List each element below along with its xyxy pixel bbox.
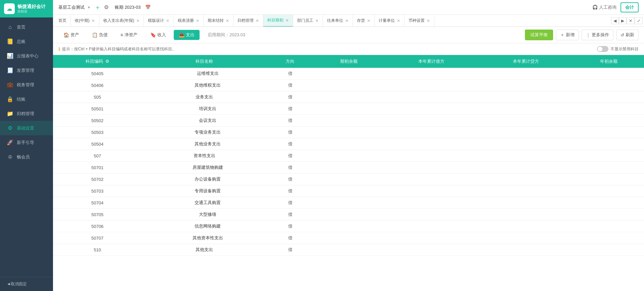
- topbar-settings-icon[interactable]: ⚙: [104, 4, 109, 10]
- toggle-disabled-switch[interactable]: [597, 46, 608, 52]
- tab-tax_clear[interactable]: 税表清册✕: [174, 15, 204, 27]
- table-row[interactable]: 50704 交通工具购置 借: [53, 197, 644, 209]
- cell-ytd-credit: [479, 138, 573, 150]
- table-row[interactable]: 507 资本性支出 借: [53, 150, 644, 162]
- tab-archive_mgr-close[interactable]: ✕: [256, 18, 259, 23]
- tab-inventory-close[interactable]: ✕: [367, 18, 370, 23]
- sidebar-item-ledger[interactable]: 📒 总账: [0, 34, 53, 49]
- tab-archive_mgr[interactable]: 归档管理✕: [233, 15, 263, 27]
- tab-period_end-close[interactable]: ✕: [226, 18, 229, 23]
- add-subject-button[interactable]: ＋ 新增: [556, 30, 579, 40]
- subtab-expense-label: 支出: [186, 32, 195, 38]
- tab-template[interactable]: 模版设计✕: [144, 15, 174, 27]
- table-row[interactable]: 50501 培训支出 借: [53, 103, 644, 115]
- topbar-user-button[interactable]: 会计: [621, 2, 639, 12]
- table-row[interactable]: 50405 运维维支出 借: [53, 68, 644, 80]
- cell-code: 50701: [53, 162, 142, 174]
- sidebar-item-archive[interactable]: 📁 归档管理: [0, 106, 53, 121]
- col-opening: 期初余额: [314, 55, 384, 68]
- tab-subject_init[interactable]: 科目期初✕: [263, 15, 293, 27]
- col-name: 科目名称: [142, 55, 267, 68]
- tab-unit-close[interactable]: ✕: [397, 18, 400, 23]
- sidebar-footer[interactable]: ◄取消固定: [0, 277, 53, 291]
- cell-name: 其他资本性支出: [142, 232, 267, 244]
- tab-dept_staff-close[interactable]: ✕: [315, 18, 319, 23]
- topbar-dropdown-icon[interactable]: ▾: [88, 5, 90, 10]
- tabbar-close-all-button[interactable]: ✕: [627, 17, 635, 24]
- tab-contact-label: 往来单位: [327, 18, 343, 23]
- tab-dept_staff[interactable]: 部门员工✕: [293, 15, 323, 27]
- sidebar-item-invoice[interactable]: 🧾 发票管理: [0, 63, 53, 78]
- logo-sub: 旗舰版: [17, 9, 46, 14]
- tab-contact-close[interactable]: ✕: [345, 18, 348, 23]
- table-row[interactable]: 50706 信息网络购建 借: [53, 221, 644, 232]
- tab-unit[interactable]: 计量单位✕: [375, 15, 405, 27]
- subtab-income[interactable]: 🔖 收入: [145, 30, 171, 40]
- table-row[interactable]: 50504 其他业务支出 借: [53, 138, 644, 150]
- cell-opening: [314, 244, 384, 256]
- tabbar-next-button[interactable]: ▶: [619, 17, 627, 24]
- tab-income_annual-close[interactable]: ✕: [136, 18, 140, 23]
- tab-subject_init-close[interactable]: ✕: [285, 18, 289, 23]
- subtab-liability[interactable]: 📋 负债: [87, 30, 113, 40]
- cell-year-begin: [574, 221, 644, 232]
- topbar-add-button[interactable]: ＋: [95, 3, 101, 11]
- tab-template-close[interactable]: ✕: [166, 18, 169, 23]
- sidebar-item-guide[interactable]: 🚀 新手引导: [0, 135, 53, 150]
- tab-contact[interactable]: 往来单位✕: [323, 15, 353, 27]
- toggle-disabled-area: 不显示禁用科目: [597, 46, 639, 52]
- topbar-service-button[interactable]: 🎧 人工咨询: [592, 4, 616, 10]
- sidebar-item-home[interactable]: ⌂ 首页: [0, 20, 53, 34]
- cell-name: 运维维支出: [142, 68, 267, 80]
- cell-dir: 借: [267, 80, 313, 91]
- topbar-calendar-icon[interactable]: 📅: [145, 5, 151, 10]
- table-row[interactable]: 50703 专用设备购置 借: [53, 185, 644, 197]
- table-row[interactable]: 50705 大型修缮 借: [53, 209, 644, 221]
- refresh-button[interactable]: ↺ 刷新: [616, 30, 639, 40]
- sidebar-item-member[interactable]: ♔ 畅会员: [0, 150, 53, 164]
- sidebar-item-reports[interactable]: 📊 云报表中心: [0, 49, 53, 63]
- cell-ytd-credit: [479, 150, 573, 162]
- tabbar-prev-button[interactable]: ◀: [611, 17, 619, 24]
- tab-home-label: 首页: [58, 18, 66, 23]
- tab-period-close[interactable]: ✕: [92, 18, 95, 23]
- tax-label: 税务管理: [17, 82, 34, 88]
- sidebar-footer-label: ◄取消固定: [7, 281, 27, 287]
- table-row[interactable]: 510 其他支出 借: [53, 244, 644, 256]
- more-action-button[interactable]: ⋮ 更多操作: [582, 30, 613, 40]
- table-row[interactable]: 50707 其他资本性支出 借: [53, 232, 644, 244]
- subtab-net_asset[interactable]: ≡ 净资产: [115, 30, 143, 40]
- tab-period[interactable]: 收(中期)✕: [71, 15, 99, 27]
- cell-ytd-debit: [384, 80, 479, 91]
- tab-income_annual[interactable]: 收入支出表(年报)✕: [99, 15, 144, 27]
- table-row[interactable]: 50406 其他维权支出 借: [53, 80, 644, 91]
- tab-period_end[interactable]: 期末结转✕: [204, 15, 233, 27]
- table-row[interactable]: 50701 房屋建筑物购建 借: [53, 162, 644, 174]
- tab-inventory[interactable]: 存货✕: [353, 15, 375, 27]
- subtab-expense[interactable]: 📤 支出: [174, 30, 200, 40]
- cell-ytd-credit: [479, 185, 573, 197]
- cell-dir: 借: [267, 232, 313, 244]
- table-row[interactable]: 505 业务支出 借: [53, 91, 644, 103]
- cell-ytd-debit: [384, 91, 479, 103]
- table-row[interactable]: 50502 会议支出 借: [53, 115, 644, 127]
- cell-code: 50707: [53, 232, 142, 244]
- tab-home[interactable]: 首页: [54, 15, 71, 27]
- table-row[interactable]: 50702 办公设备购置 借: [53, 174, 644, 185]
- subtab-asset[interactable]: 🏠 资产: [58, 30, 84, 40]
- cell-year-begin: [574, 138, 644, 150]
- table-row[interactable]: 50503 专项业务支出 借: [53, 127, 644, 138]
- cell-opening: [314, 103, 384, 115]
- tab-currency-close[interactable]: ✕: [427, 18, 430, 23]
- col-settings-icon[interactable]: ⚙: [105, 59, 109, 64]
- sidebar-item-tax[interactable]: 💼 税务管理: [0, 78, 53, 92]
- cell-dir: 借: [267, 138, 313, 150]
- tabbar-expand-button[interactable]: ⤢: [635, 17, 643, 24]
- tab-template-label: 模版设计: [148, 18, 164, 23]
- cell-ytd-credit: [479, 232, 573, 244]
- calc-balance-button[interactable]: 试算平衡: [525, 30, 553, 40]
- sidebar-item-settings[interactable]: ⚙ 基础设置: [0, 121, 53, 135]
- sidebar-item-close[interactable]: 🔒 结账: [0, 92, 53, 106]
- tab-tax_clear-close[interactable]: ✕: [196, 18, 199, 23]
- tab-currency[interactable]: 币种设置✕: [405, 15, 434, 27]
